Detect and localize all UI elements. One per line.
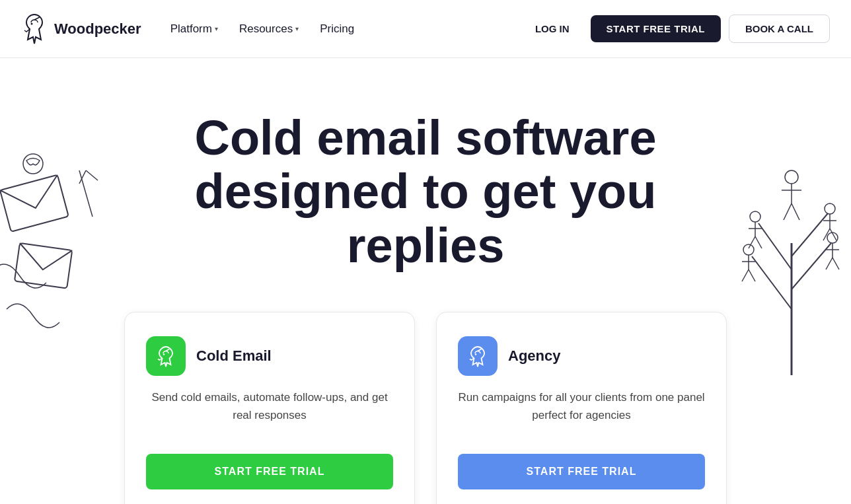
card-header-cold-email: Cold Email (146, 336, 393, 376)
navbar-right: LOG IN START FREE TRIAL BOOK A CALL (522, 15, 830, 43)
svg-point-22 (750, 211, 760, 222)
cold-email-card: Cold Email Send cold emails, automate fo… (124, 312, 415, 504)
login-button[interactable]: LOG IN (522, 17, 583, 41)
svg-point-32 (785, 170, 798, 184)
svg-line-21 (832, 258, 839, 270)
card-header-agency: Agency (458, 336, 705, 376)
svg-line-31 (830, 229, 836, 240)
logo-link[interactable]: Woodpecker (21, 13, 141, 45)
svg-point-27 (825, 203, 835, 214)
navbar: Woodpecker Platform ▾ Resources ▾ Pricin… (0, 0, 851, 58)
svg-line-16 (749, 270, 755, 281)
svg-rect-2 (15, 243, 72, 289)
nav-pricing[interactable]: Pricing (312, 17, 362, 41)
cards-row: Cold Email Send cold emails, automate fo… (26, 312, 825, 504)
logo-icon (21, 13, 48, 45)
svg-line-36 (792, 203, 799, 220)
agency-icon-wrapper (458, 336, 498, 376)
svg-line-25 (749, 236, 755, 248)
hero-title: Cold email software designed to get you … (128, 111, 723, 272)
nav-resources[interactable]: Resources ▾ (231, 17, 307, 41)
svg-line-15 (742, 270, 749, 281)
svg-line-8 (752, 256, 792, 309)
svg-point-0 (31, 22, 33, 24)
chevron-down-icon: ▾ (215, 25, 218, 32)
nav-platform[interactable]: Platform ▾ (163, 17, 226, 41)
svg-line-20 (826, 258, 832, 270)
svg-line-11 (792, 213, 828, 256)
logo-text: Woodpecker (54, 20, 141, 38)
svg-line-26 (755, 236, 762, 248)
svg-line-5 (86, 170, 98, 180)
nav-links: Platform ▾ Resources ▾ Pricing (163, 17, 363, 41)
chevron-down-icon: ▾ (295, 25, 299, 32)
svg-line-35 (784, 203, 792, 220)
svg-point-38 (475, 353, 476, 355)
agency-icon (466, 345, 489, 367)
agency-desc: Run campaigns for all your clients from … (458, 389, 705, 441)
cold-email-icon-wrapper (146, 336, 186, 376)
svg-point-12 (743, 244, 754, 255)
nav-trial-button[interactable]: START FREE TRIAL (591, 15, 721, 42)
hero-section: Cold email software designed to get you … (0, 58, 851, 504)
svg-line-3 (79, 170, 92, 217)
agency-card: Agency Run campaigns for all your client… (436, 312, 727, 504)
cold-email-trial-button[interactable]: START FREE TRIAL (146, 454, 393, 489)
agency-title: Agency (508, 347, 560, 365)
svg-line-10 (758, 223, 792, 270)
book-call-button[interactable]: BOOK A CALL (729, 15, 830, 43)
cold-email-desc: Send cold emails, automate follow-ups, a… (146, 389, 393, 441)
svg-point-37 (163, 353, 165, 355)
svg-rect-1 (0, 175, 69, 232)
cold-email-icon (155, 345, 177, 367)
navbar-left: Woodpecker Platform ▾ Resources ▾ Pricin… (21, 13, 362, 45)
cold-email-title: Cold Email (196, 347, 272, 365)
agency-trial-button[interactable]: START FREE TRIAL (458, 454, 705, 489)
